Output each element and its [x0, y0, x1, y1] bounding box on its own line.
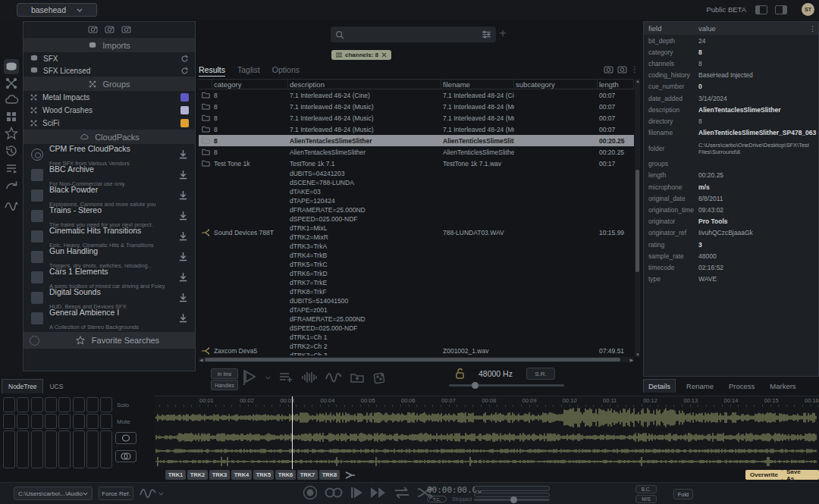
group-item[interactable]: Wood Crashes [24, 104, 195, 117]
toggle-right-panel-icon[interactable] [775, 5, 787, 14]
camera-icon[interactable] [88, 25, 98, 33]
matrix-cell[interactable] [100, 430, 112, 468]
matrix-cell[interactable] [3, 414, 15, 429]
cloudpack-item[interactable]: General Ambience I A Collection of Stere… [24, 308, 195, 328]
play-cursor-icon[interactable] [241, 368, 258, 387]
table-row[interactable]: 8 7.1 Interleaved 48-24 (Cine) 7.1 Inter… [199, 89, 634, 101]
tab-options[interactable]: Options [272, 65, 300, 77]
track-button[interactable]: TRK8 [319, 470, 340, 480]
import-item[interactable]: SFX [24, 52, 195, 64]
matrix-cell[interactable] [86, 397, 99, 412]
lock-open-icon[interactable] [455, 368, 465, 380]
volume-slider-knob[interactable] [510, 496, 517, 503]
add-to-playlist-icon[interactable] [278, 371, 293, 384]
groups-header[interactable]: Groups [24, 77, 195, 91]
fast-forward-button[interactable] [369, 486, 388, 499]
force-ref-button[interactable]: Force Ref. [99, 487, 133, 500]
matrix-cell[interactable] [45, 430, 57, 468]
table-row[interactable]: Zaxcom Deva5 dUBITS=514041500dTAPE=z001d… [199, 296, 634, 355]
matrix-cell[interactable] [100, 397, 112, 412]
download-icon[interactable] [179, 293, 187, 302]
audio-path-selector[interactable]: C:\Users\carbo\...\Audio [14, 487, 93, 500]
detail-row[interactable]: timecode 02:16:52 [644, 261, 818, 273]
fold-button[interactable]: Fold [673, 489, 693, 499]
camera-icon[interactable] [105, 25, 115, 33]
detail-row[interactable]: originator Pro Tools [644, 216, 818, 227]
repeat-button[interactable] [393, 486, 411, 499]
stereo-button[interactable] [115, 450, 136, 462]
detail-row[interactable]: channels 8 [644, 58, 818, 69]
table-row[interactable]: 8 7.1 Interleaved 48-24 (Music) 7.1 Inte… [199, 124, 634, 135]
vertical-scrollbar[interactable]: ▲ ▼ [635, 79, 640, 357]
pitch-slider[interactable] [449, 384, 564, 387]
group-item[interactable]: Metal Impacts [24, 91, 195, 104]
download-icon[interactable] [179, 252, 187, 261]
pitch-slider-knob[interactable] [472, 382, 479, 389]
download-icon[interactable] [179, 170, 187, 180]
chip-close-icon[interactable] [381, 52, 387, 58]
group-color-swatch[interactable] [180, 93, 189, 102]
tab-ucs[interactable]: UCS [43, 380, 69, 393]
track-button[interactable]: TRK5 [253, 470, 274, 480]
refresh-icon[interactable] [180, 55, 189, 63]
track-button[interactable]: TRK1 [165, 470, 186, 480]
matrix-cell[interactable] [3, 430, 15, 468]
detail-row[interactable]: microphone m/s [644, 181, 818, 193]
download-icon[interactable] [179, 231, 187, 241]
matrix-cell[interactable] [3, 397, 15, 412]
col-subcategory[interactable]: subcategory [514, 80, 598, 89]
groups-icon[interactable] [4, 76, 19, 91]
database-icon[interactable] [4, 59, 19, 74]
track-button[interactable]: TRK7 [297, 470, 318, 480]
favorite-searches[interactable]: Favorite Searches [24, 332, 195, 349]
grid-icon[interactable] [4, 109, 19, 124]
download-icon[interactable] [179, 149, 187, 159]
table-row[interactable]: 8 AlienTentaclesSlimeSlither AlienTentic… [199, 146, 634, 158]
matrix-cell[interactable] [17, 430, 29, 468]
avatar[interactable]: ST [802, 3, 814, 16]
table-row[interactable]: Sound Devices 788T dUBITS=04241203dSCENE… [199, 169, 634, 296]
detail-row[interactable]: origination_time 09:43:02 [644, 204, 818, 215]
record-button[interactable] [302, 484, 318, 501]
detail-row[interactable]: original_date 8/8/2011 [644, 193, 818, 204]
group-color-swatch[interactable] [180, 119, 189, 127]
detail-row[interactable]: folder C:\Users\carbo\OneDrive\Desktop\S… [644, 139, 818, 158]
detail-row[interactable]: sample_rate 48000 [644, 250, 818, 261]
detail-row[interactable]: length 00:20.25 [644, 170, 818, 181]
detail-row[interactable]: category 8 [644, 46, 818, 58]
matrix-cell[interactable] [86, 414, 99, 429]
route-icon[interactable] [344, 471, 356, 480]
table-row[interactable]: 8 AlienTentaclesSlimeSlither AlienTentic… [199, 135, 634, 146]
detail-row[interactable]: coding_history BaseHead Injected [644, 70, 818, 81]
matrix-cell[interactable] [58, 430, 71, 468]
tab-details[interactable]: Details [643, 379, 676, 393]
playlist-icon[interactable] [4, 161, 19, 176]
detail-row[interactable]: groups [644, 158, 818, 170]
cloud-icon[interactable] [4, 92, 19, 108]
save-as-button[interactable]: Save As... [782, 470, 819, 480]
matrix-cell[interactable] [86, 430, 99, 468]
add-search-icon[interactable]: + [499, 26, 507, 41]
matrix-cell[interactable] [17, 397, 29, 412]
download-icon[interactable] [179, 190, 187, 200]
chevron-down-icon[interactable] [265, 376, 271, 380]
tab-taglist[interactable]: Taglist [237, 65, 260, 77]
download-icon[interactable] [179, 313, 187, 323]
tab-process[interactable]: Process [724, 380, 759, 393]
toggle-left-panel-icon[interactable] [755, 5, 767, 14]
tab-results[interactable]: Results [199, 65, 225, 77]
search-bar[interactable] [331, 27, 496, 42]
waveform-display[interactable] [155, 407, 819, 469]
refresh-icon[interactable] [180, 67, 189, 75]
tab-markers[interactable]: Markers [765, 380, 800, 393]
more-menu-icon[interactable]: ⋮ [631, 65, 639, 74]
redo-icon[interactable] [4, 178, 19, 193]
download-icon[interactable] [179, 211, 187, 221]
matrix-cell[interactable] [45, 414, 57, 429]
waveform-panel[interactable]: 00:0100:0200:0300:0400:0500:0600:0700:08… [155, 396, 819, 468]
favorite-circle-icon[interactable] [30, 336, 39, 346]
wave-icon[interactable] [325, 371, 342, 384]
search-input[interactable] [349, 30, 477, 39]
matrix-cell[interactable] [73, 414, 85, 429]
ms-button[interactable]: M/S [635, 495, 657, 503]
